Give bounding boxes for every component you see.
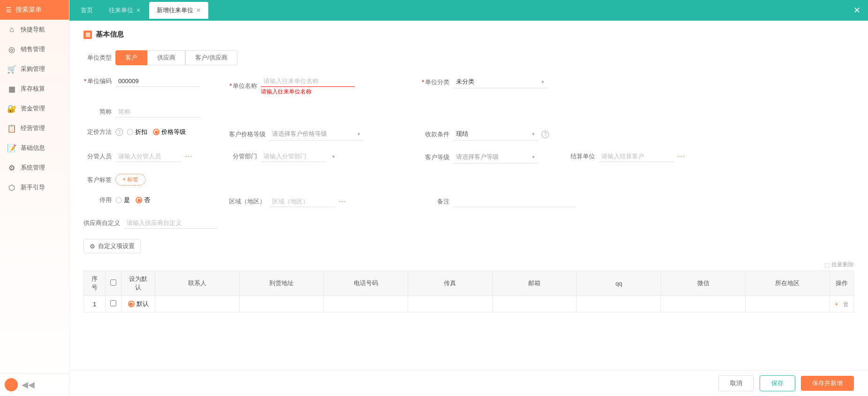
pricing-help-icon[interactable]: ? xyxy=(115,128,123,136)
tab-new-partner[interactable]: 新增往来单位 ✕ xyxy=(149,2,208,19)
row-email[interactable] xyxy=(492,296,577,312)
tab-close-partners[interactable]: ✕ xyxy=(136,8,141,13)
settlement-label: 结算单位 xyxy=(567,152,595,161)
row-contact[interactable] xyxy=(155,296,239,312)
sidebar-label: 资金管理 xyxy=(21,104,45,113)
row-default: 默认 xyxy=(122,296,155,312)
dept-input[interactable] xyxy=(261,151,327,162)
pricing-price-level[interactable]: 价格等级 xyxy=(153,128,186,136)
save-new-button[interactable]: 保存并新增 xyxy=(801,376,854,391)
add-tag-button[interactable]: + 标签 xyxy=(115,174,145,186)
manager-more-btn[interactable]: ··· xyxy=(185,152,192,161)
customer-tag-field: 客户标签 + 标签 xyxy=(84,174,215,186)
tab-home[interactable]: 首页 xyxy=(73,2,100,19)
row-location[interactable] xyxy=(745,296,830,312)
settlement-input[interactable] xyxy=(599,151,674,162)
row-no: 1 xyxy=(84,296,106,312)
default-radio-item[interactable]: 默认 xyxy=(126,300,150,308)
region-more-btn[interactable]: ··· xyxy=(339,197,346,206)
col-qq: qq xyxy=(577,271,661,296)
custom-settings-button[interactable]: ⚙ 自定义项设置 xyxy=(84,239,141,253)
pricing-discount[interactable]: 折扣 xyxy=(127,128,147,136)
close-all-tabs-icon[interactable]: ✕ xyxy=(850,3,864,17)
location-input[interactable] xyxy=(750,301,825,308)
wechat-input[interactable] xyxy=(666,301,740,308)
batch-delete-icon: ⬚ xyxy=(824,262,830,268)
chevron-down-icon2: ▾ xyxy=(358,131,360,137)
customer-level-select[interactable]: 请选择客户等级 ▾ xyxy=(453,151,538,163)
row-checkbox[interactable] xyxy=(110,300,116,306)
unit-code-input[interactable] xyxy=(115,76,200,87)
price-level-radio[interactable] xyxy=(153,129,160,135)
sidebar-item-quick-nav[interactable]: ⌂ 快捷导航 xyxy=(0,20,69,39)
disabled-field: 停用 是 否 xyxy=(84,196,215,204)
tab-partners[interactable]: 往来单位 ✕ xyxy=(101,2,148,19)
row-wechat[interactable] xyxy=(661,296,746,312)
sidebar-item-stock[interactable]: ▦ 库存核算 xyxy=(0,79,69,99)
payment-help-icon[interactable]: ? xyxy=(541,131,549,138)
supplier-custom-input[interactable] xyxy=(124,217,218,229)
settlement-more-btn[interactable]: ··· xyxy=(678,152,685,161)
pricing-method-label: 定价方法 xyxy=(84,128,112,136)
yes-radio[interactable] xyxy=(115,197,122,203)
row-fax[interactable] xyxy=(408,296,493,312)
phone-input[interactable] xyxy=(328,301,403,308)
payment-terms-select[interactable]: 现结 ▾ xyxy=(453,128,538,140)
col-contact: 联系人 xyxy=(155,271,239,296)
remark-input[interactable] xyxy=(453,196,575,207)
no-radio[interactable] xyxy=(136,197,142,203)
type-btn-both[interactable]: 客户/供应商 xyxy=(185,50,237,65)
unit-type-field: 单位类型 客户 供应商 客户/供应商 xyxy=(84,50,237,65)
select-all-checkbox[interactable] xyxy=(110,280,116,286)
email-input[interactable] xyxy=(497,301,572,308)
delete-row-btn[interactable]: 🗑 xyxy=(843,301,849,308)
unit-type-row: 单位类型 客户 供应商 客户/供应商 xyxy=(84,50,854,67)
discount-radio[interactable] xyxy=(127,129,133,135)
disabled-no[interactable]: 否 xyxy=(136,196,150,204)
sidebar-label: 经营管理 xyxy=(21,124,45,132)
unit-category-select[interactable]: 未分类 ▾ xyxy=(453,76,547,88)
unit-code-field: 单位编码 xyxy=(84,76,215,87)
sidebar-search[interactable]: ☰ 搜索菜单 xyxy=(0,0,69,20)
table-row: 1 默认 xyxy=(84,296,854,312)
manager-input[interactable] xyxy=(115,151,181,162)
disabled-radio-group: 是 否 xyxy=(115,196,150,204)
col-phone: 电话号码 xyxy=(324,271,408,296)
sidebar-item-guide[interactable]: ⬡ 新手引导 xyxy=(0,178,69,197)
contact-table: 序号 设为默认 联系人 到货地址 电话号码 传真 邮箱 qq 微信 所在地区 操… xyxy=(84,271,854,312)
customer-price-select[interactable]: 请选择客户价格等级 ▾ xyxy=(269,128,363,140)
row-qq[interactable] xyxy=(577,296,661,312)
shortname-row: 简称 xyxy=(84,106,854,119)
sidebar-item-basic[interactable]: 📝 基础信息 xyxy=(0,138,69,158)
sidebar-item-system[interactable]: ⚙ 系统管理 xyxy=(0,158,69,178)
region-input[interactable] xyxy=(269,196,335,207)
tab-close-new-partner[interactable]: ✕ xyxy=(196,8,201,13)
region-field: 区域（地区） ··· xyxy=(229,196,407,207)
save-button[interactable]: 保存 xyxy=(760,375,795,391)
qq-input[interactable] xyxy=(581,301,656,308)
row-check[interactable] xyxy=(106,296,122,312)
row-phone[interactable] xyxy=(324,296,408,312)
finance-icon: 🔐 xyxy=(8,104,16,113)
bottom-bar: 取消 保存 保存并新增 xyxy=(69,370,868,396)
short-name-input[interactable] xyxy=(115,106,200,117)
contact-input[interactable] xyxy=(160,301,235,308)
sidebar-item-operations[interactable]: 📋 经营管理 xyxy=(0,118,69,138)
row-address[interactable] xyxy=(239,296,324,312)
add-row-btn[interactable]: + xyxy=(835,301,838,308)
customer-level-label: 客户等级 xyxy=(421,153,449,162)
manager-row: 分管人员 ··· 分管部门 ▾ 客户等级 请选择客户等级 ▾ 结算单位 ··· xyxy=(84,151,854,165)
fax-input[interactable] xyxy=(413,301,487,308)
sidebar-item-sales[interactable]: ◎ 销售管理 xyxy=(0,39,69,59)
type-btn-customer[interactable]: 客户 xyxy=(115,50,147,65)
type-btn-supplier[interactable]: 供应商 xyxy=(147,50,185,65)
disabled-yes[interactable]: 是 xyxy=(115,196,130,204)
unit-name-input[interactable] xyxy=(261,76,355,87)
cancel-button[interactable]: 取消 xyxy=(718,375,754,391)
address-input[interactable] xyxy=(244,301,319,308)
sidebar-item-purchase[interactable]: 🛒 采购管理 xyxy=(0,59,69,79)
batch-delete-row[interactable]: ⬚ 批量删除 xyxy=(84,261,854,269)
remark-field: 备注 xyxy=(421,196,575,207)
default-radio[interactable] xyxy=(128,301,135,307)
sidebar-item-finance[interactable]: 🔐 资金管理 xyxy=(0,99,69,118)
